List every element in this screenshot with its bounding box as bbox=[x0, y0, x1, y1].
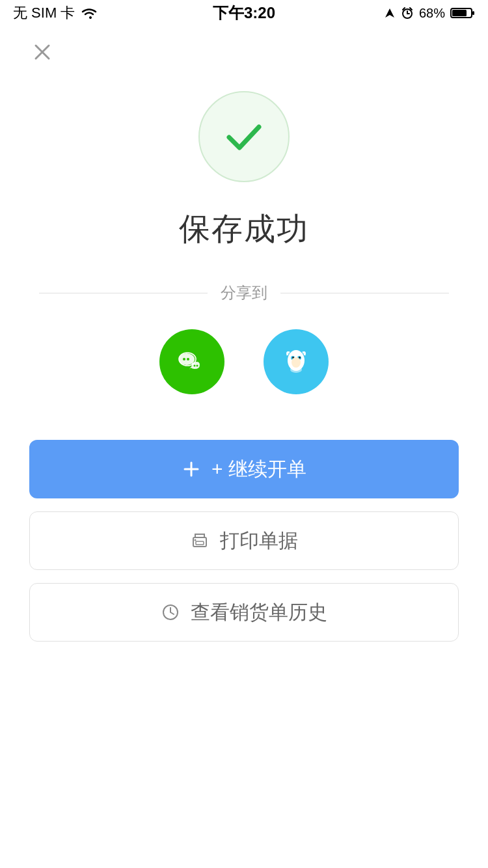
status-bar: 无 SIM 卡 下午3:20 68% bbox=[0, 0, 488, 26]
battery-text: 68% bbox=[419, 6, 445, 21]
qq-icon bbox=[277, 342, 316, 381]
continue-order-label: + 继续开单 bbox=[211, 456, 306, 483]
svg-point-19 bbox=[291, 357, 301, 368]
divider-line-left bbox=[39, 293, 208, 293]
share-buttons-container bbox=[159, 329, 329, 394]
plus-icon bbox=[182, 459, 201, 479]
divider-line-right bbox=[280, 293, 449, 293]
svg-rect-23 bbox=[196, 541, 204, 545]
print-button[interactable]: 打印单据 bbox=[29, 511, 459, 570]
svg-point-24 bbox=[195, 539, 197, 541]
close-button[interactable] bbox=[26, 36, 59, 68]
svg-point-11 bbox=[194, 365, 196, 367]
status-time: 下午3:20 bbox=[213, 3, 275, 23]
printer-icon bbox=[190, 531, 210, 550]
svg-point-12 bbox=[197, 365, 198, 367]
status-left: 无 SIM 卡 bbox=[13, 3, 98, 23]
status-right: 68% bbox=[384, 6, 475, 21]
history-button[interactable]: 查看销货单历史 bbox=[29, 583, 459, 642]
main-content: 保存成功 分享到 bbox=[0, 26, 488, 642]
wifi-icon bbox=[80, 6, 98, 20]
location-icon bbox=[384, 7, 396, 19]
share-wechat-button[interactable] bbox=[159, 329, 224, 394]
share-divider: 分享到 bbox=[0, 282, 488, 303]
svg-rect-2 bbox=[452, 10, 467, 16]
success-title: 保存成功 bbox=[179, 208, 309, 250]
history-label: 查看销货单历史 bbox=[191, 599, 327, 626]
success-icon-circle bbox=[198, 91, 290, 182]
battery-icon bbox=[450, 7, 475, 19]
svg-point-9 bbox=[183, 358, 185, 360]
continue-order-button[interactable]: + 继续开单 bbox=[29, 440, 459, 498]
svg-rect-22 bbox=[193, 537, 206, 547]
clock-icon bbox=[161, 603, 180, 622]
wechat-icon bbox=[172, 342, 211, 381]
svg-rect-3 bbox=[472, 11, 474, 15]
checkmark-icon bbox=[221, 114, 267, 159]
svg-point-17 bbox=[299, 357, 301, 359]
alarm-icon bbox=[401, 7, 414, 20]
print-label: 打印单据 bbox=[220, 528, 298, 554]
share-qq-button[interactable] bbox=[264, 329, 329, 394]
action-buttons-container: + 继续开单 打印单据 查看销货单历史 bbox=[29, 440, 459, 642]
share-to-label: 分享到 bbox=[208, 282, 280, 303]
svg-point-10 bbox=[187, 358, 189, 360]
no-sim-text: 无 SIM 卡 bbox=[13, 3, 75, 23]
